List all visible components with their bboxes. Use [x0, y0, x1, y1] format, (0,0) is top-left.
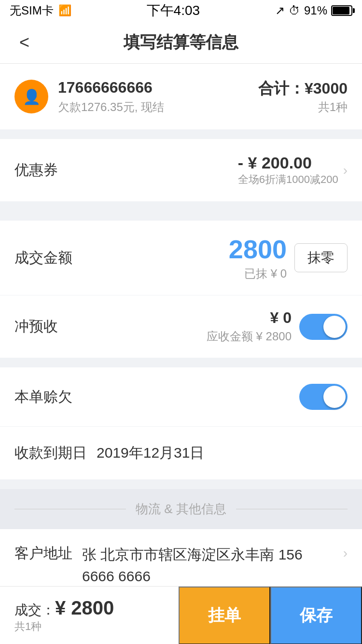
bottom-summary-label: 成交：: [14, 602, 55, 617]
location-icon: ↗: [275, 4, 285, 17]
bottom-summary-main: 成交：¥ 2800: [14, 597, 164, 619]
due-date-label: 收款到期日: [14, 443, 87, 463]
debt-toggle-knob: [323, 386, 346, 408]
user-total-count: 共1种: [258, 99, 348, 115]
avatar: 👤: [14, 80, 48, 113]
coupon-info: - ¥ 200.00 全场6折满1000减200: [238, 154, 338, 187]
bottom-summary: 成交：¥ 2800 共1种: [0, 597, 179, 634]
transaction-amount: 2800: [229, 234, 287, 264]
transaction-label: 成交金额: [14, 248, 72, 268]
avatar-icon: 👤: [23, 88, 41, 105]
nav-bar: < 填写结算等信息: [0, 21, 362, 64]
hold-button[interactable]: 挂单: [179, 587, 270, 644]
prepay-label: 冲预收: [14, 317, 58, 336]
user-info-card: 👤 17666666666 欠款1276.35元, 现结 合计：¥3000 共1…: [0, 64, 362, 129]
status-bar: 无SIM卡 📶 下午4:03 ↗ ⏱ 91%: [0, 0, 362, 21]
logistics-line-right: [236, 509, 348, 509]
section-divider-2: [0, 358, 362, 367]
user-details: 17666666666 欠款1276.35元, 现结: [58, 79, 164, 115]
logistics-divider: 物流 & 其他信息: [0, 489, 362, 529]
prepay-row: 冲预收 ¥ 0 应收金额 ¥ 2800: [0, 295, 362, 358]
back-button[interactable]: <: [14, 28, 34, 57]
coupon-right: - ¥ 200.00 全场6折满1000减200 ›: [238, 154, 348, 187]
content-area: 👤 17666666666 欠款1276.35元, 现结 合计：¥3000 共1…: [0, 64, 362, 644]
transaction-row: 成交金额 2800 已抹 ¥ 0 抹零: [0, 221, 362, 295]
transaction-amount-block: 2800 已抹 ¥ 0: [229, 234, 287, 281]
prepay-amount-block: ¥ 0 应收金额 ¥ 2800: [207, 309, 292, 344]
prepay-receivable: 应收金额 ¥ 2800: [207, 329, 292, 344]
coupon-desc: 全场6折满1000减200: [238, 172, 338, 187]
coupon-discount: - ¥ 200.00: [238, 154, 338, 172]
status-left: 无SIM卡 📶: [10, 3, 71, 18]
status-right: ↗ ⏱ 91%: [275, 4, 352, 17]
bottom-summary-count: 共1种: [14, 619, 164, 634]
section-divider-3: [0, 479, 362, 489]
address-arrow-icon: ›: [343, 544, 348, 561]
address-label: 客户地址: [14, 544, 72, 563]
prepay-right: ¥ 0 应收金额 ¥ 2800: [207, 309, 348, 344]
bottom-bar: 成交：¥ 2800 共1种 挂单 保存: [0, 586, 362, 644]
coupon-arrow-icon: ›: [343, 163, 348, 178]
transaction-right: 2800 已抹 ¥ 0 抹零: [229, 234, 348, 281]
debt-row: 本单赊欠: [0, 367, 362, 427]
due-date-value: 2019年12月31日: [97, 443, 204, 463]
user-debt-text: 欠款1276.35元, 现结: [58, 99, 164, 115]
address-value: 张 北京市市辖区海淀区永丰南 156 6666 6666: [72, 544, 343, 587]
alarm-icon: ⏱: [289, 4, 300, 17]
toggle-knob: [323, 316, 346, 338]
debt-label: 本单赊欠: [14, 387, 72, 407]
logistics-line-left: [14, 509, 126, 509]
coupon-row[interactable]: 优惠券 - ¥ 200.00 全场6折满1000减200 ›: [0, 139, 362, 201]
prepay-toggle[interactable]: [299, 314, 348, 340]
battery-icon: [331, 5, 352, 16]
due-date-row: 收款到期日 2019年12月31日: [0, 427, 362, 479]
coupon-label: 优惠券: [14, 160, 58, 180]
user-left: 👤 17666666666 欠款1276.35元, 现结: [14, 79, 164, 115]
user-total: 合计：¥3000 共1种: [258, 78, 348, 115]
transaction-sub: 已抹 ¥ 0: [229, 266, 287, 281]
battery-percentage: 91%: [304, 4, 327, 17]
form-section-amount: 成交金额 2800 已抹 ¥ 0 抹零 冲预收 ¥ 0 应收金额 ¥ 2800: [0, 221, 362, 358]
page-title: 填写结算等信息: [124, 31, 238, 54]
section-divider-1: [0, 211, 362, 221]
prepay-amount: ¥ 0: [207, 309, 292, 327]
round-button[interactable]: 抹零: [294, 243, 348, 272]
wifi-icon: 📶: [58, 4, 71, 17]
debt-toggle[interactable]: [299, 384, 348, 410]
status-time: 下午4:03: [147, 1, 200, 20]
logistics-text: 物流 & 其他信息: [136, 501, 226, 518]
carrier-text: 无SIM卡: [10, 3, 54, 18]
save-button[interactable]: 保存: [270, 587, 362, 644]
user-phone: 17666666666: [58, 79, 164, 97]
user-total-amount: 合计：¥3000: [258, 78, 348, 99]
bottom-summary-amount: ¥ 2800: [55, 597, 114, 618]
